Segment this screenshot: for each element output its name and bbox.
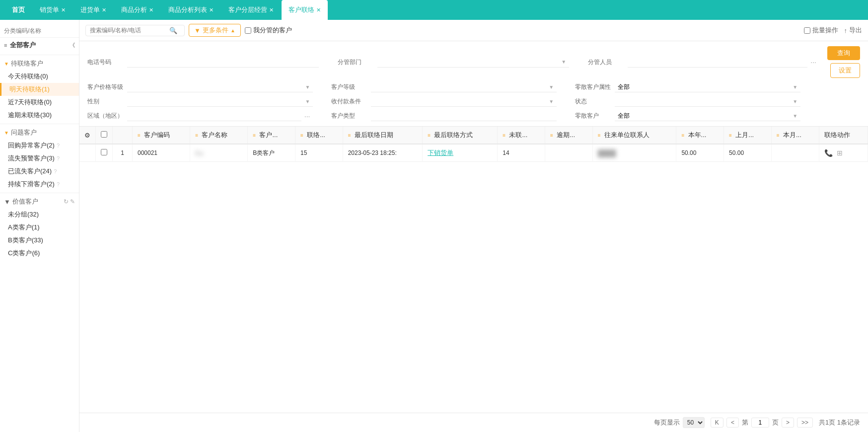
batch-checkbox[interactable]: [804, 27, 810, 34]
sidebar-item-tomorrow[interactable]: 明天待联络(1): [0, 83, 79, 96]
filter-price-level-select[interactable]: [127, 82, 313, 92]
filter-phone-label: 电话号码: [87, 58, 127, 67]
th-this-month[interactable]: ≡ 本月...: [771, 127, 819, 144]
row-select-checkbox[interactable]: [101, 149, 107, 155]
filter-person-more-icon[interactable]: ···: [807, 58, 819, 66]
help-icon-2[interactable]: ?: [57, 155, 60, 161]
sidebar-collapse-arrow[interactable]: 《: [70, 42, 75, 49]
my-customers-checkbox-label[interactable]: 我分管的客户: [245, 26, 292, 35]
nav-goods-list-close[interactable]: ✕: [209, 7, 214, 13]
td-row-actions: 📞 ⊞: [819, 144, 868, 162]
phone-action-icon[interactable]: 📞: [824, 149, 833, 157]
all-customers-section[interactable]: ≡ 全部客户 《: [0, 38, 79, 53]
help-icon-1[interactable]: ?: [57, 143, 60, 148]
filter-phone-input[interactable]: [127, 57, 319, 68]
filter-row-4: 区域（地区） ··· 客户类型 零散客户 全部 ▼: [87, 111, 860, 121]
search-icon[interactable]: 🔍: [169, 27, 177, 34]
help-icon-3[interactable]: ?: [54, 168, 57, 174]
nav-customer-tier-close[interactable]: ✕: [269, 7, 274, 13]
nav-purchase[interactable]: 进货单 ✕: [73, 0, 113, 20]
nav-goods-analysis-close[interactable]: ✕: [149, 7, 153, 13]
nav-sales-close[interactable]: ✕: [61, 7, 66, 13]
nav-customer-contact-close[interactable]: ✕: [316, 7, 321, 13]
nav-customer-contact[interactable]: 客户联络 ✕: [282, 0, 328, 20]
td-row-checkbox: [96, 144, 113, 162]
th-name[interactable]: ≡ 客户名称: [190, 127, 248, 144]
total-info: 共1页 1条记录: [819, 418, 860, 427]
sidebar-item-churned[interactable]: 已流失客户(24) ?: [0, 165, 79, 178]
sidebar-item-class-a[interactable]: A类客户(1): [0, 221, 79, 234]
filter-retail-attr-select[interactable]: 全部: [615, 82, 800, 92]
nav-goods-analysis[interactable]: 商品分析 ✕: [114, 0, 160, 20]
th-index: [113, 127, 133, 144]
qr-action-icon[interactable]: ⊞: [837, 149, 843, 157]
edit-icon[interactable]: ✎: [70, 198, 75, 205]
th-code[interactable]: ≡ 客户编码: [133, 127, 190, 144]
select-all-checkbox[interactable]: [101, 131, 107, 138]
sort-overdue-icon: ≡: [550, 133, 553, 138]
filter-icon: ▼: [194, 27, 201, 34]
filter-price-level-wrap: ▼: [127, 82, 313, 92]
export-btn[interactable]: ↑ 导出: [844, 26, 863, 35]
sidebar-item-class-b[interactable]: B类客户(33): [0, 234, 79, 247]
filter-phone: 电话号码: [87, 57, 319, 68]
sidebar-item-ungrouped[interactable]: 未分组(32): [0, 208, 79, 221]
th-type[interactable]: ≡ 客户...: [248, 127, 295, 144]
nav-sales[interactable]: 销货单 ✕: [33, 0, 72, 20]
export-icon: ↑: [844, 27, 848, 34]
th-last-month[interactable]: ≡ 上月...: [724, 127, 772, 144]
filter-retail-customer-select[interactable]: 全部: [615, 111, 800, 121]
th-overdue[interactable]: ≡ 逾期...: [545, 127, 593, 144]
table-row: 1 000021 Ea B类客户 15 2023-05-23 18:25: 下销…: [79, 144, 868, 162]
sidebar-item-overdue[interactable]: 逾期未联络(30): [0, 109, 79, 122]
th-last-contact-date[interactable]: ≡ 最后联络日期: [343, 127, 422, 144]
batch-op-btn[interactable]: 批量操作: [804, 26, 838, 35]
page-number-input[interactable]: [751, 418, 769, 428]
reset-button[interactable]: 设置: [830, 63, 860, 78]
sidebar-item-class-c[interactable]: C类客户(6): [0, 247, 79, 260]
filter-customer-type-input[interactable]: [371, 111, 557, 121]
th-last-contact-method[interactable]: ≡ 最后联络方式: [423, 127, 498, 144]
refresh-icon[interactable]: ↻: [64, 198, 69, 205]
filter-customer-level-select[interactable]: [371, 82, 557, 92]
th-this-year[interactable]: ≡ 本年...: [676, 127, 724, 144]
sort-this-year-icon: ≡: [681, 133, 684, 138]
search-input[interactable]: [90, 27, 169, 34]
my-customers-checkbox[interactable]: [245, 27, 251, 34]
sidebar-item-declining[interactable]: 持续下滑客户(2) ?: [0, 178, 79, 191]
help-icon-4[interactable]: ?: [57, 181, 60, 187]
prev-page-btn[interactable]: <: [726, 418, 739, 428]
next-page-btn[interactable]: >: [782, 418, 794, 428]
filter-gender-label: 性别: [87, 97, 127, 106]
query-button[interactable]: 查询: [827, 46, 860, 60]
filter-person-input[interactable]: [628, 57, 808, 68]
last-page-btn[interactable]: >>: [797, 418, 813, 428]
sidebar-item-churn-warning[interactable]: 流失预警客户(3) ?: [0, 152, 79, 165]
filter-status-select[interactable]: [615, 96, 800, 106]
filter-dept-label: 分管部门: [338, 58, 377, 67]
per-page-select[interactable]: 50: [683, 417, 705, 428]
filter-region-more-icon[interactable]: ···: [301, 112, 313, 120]
filter-gender-select[interactable]: [127, 96, 313, 106]
filter-dept-select[interactable]: [377, 57, 569, 67]
th-company-contact[interactable]: ≡ 往来单位联系人: [592, 127, 676, 144]
sidebar-item-abnormal[interactable]: 回购异常客户(2) ?: [0, 139, 79, 152]
sidebar-item-7days[interactable]: 近7天待联络(0): [0, 96, 79, 109]
sidebar-search-input[interactable]: [4, 27, 78, 34]
filter-status-label: 状态: [575, 97, 615, 106]
nav-goods-list[interactable]: 商品分析列表 ✕: [161, 0, 220, 20]
filter-price-level: 客户价格等级 ▼: [87, 82, 313, 92]
gear-icon[interactable]: ⚙: [84, 132, 90, 139]
nav-purchase-close[interactable]: ✕: [102, 7, 106, 13]
sidebar-item-today[interactable]: 今天待联络(0): [0, 70, 79, 83]
sort-last-method-icon: ≡: [428, 133, 431, 138]
filter-more-btn[interactable]: ▼ 更多条件 ▲: [189, 24, 241, 37]
nav-home[interactable]: 首页: [5, 0, 32, 20]
filter-payment-select[interactable]: [371, 96, 557, 106]
th-contact-count[interactable]: ≡ 联络...: [295, 127, 343, 144]
first-page-btn[interactable]: K: [711, 418, 723, 428]
nav-customer-tier[interactable]: 客户分层经营 ✕: [221, 0, 281, 20]
th-uncontacted[interactable]: ≡ 未联...: [498, 127, 545, 144]
filter-region-input[interactable]: [127, 111, 301, 121]
last-contact-method-link[interactable]: 下销货单: [428, 149, 453, 156]
